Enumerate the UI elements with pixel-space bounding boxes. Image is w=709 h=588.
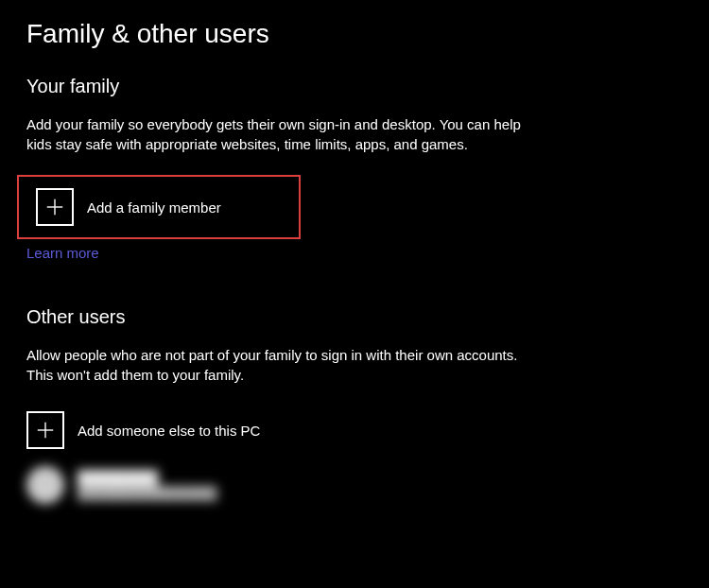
add-family-member-label: Add a family member — [87, 199, 221, 216]
other-users-heading: Other users — [26, 306, 683, 328]
family-section: Your family Add your family so everybody… — [26, 76, 683, 306]
add-family-member-button[interactable]: Add a family member — [36, 188, 282, 226]
add-other-user-button[interactable]: Add someone else to this PC — [26, 411, 683, 449]
user-entry[interactable]: ████████ ████████████████ — [26, 466, 683, 504]
user-info: ████████ ████████████████ — [78, 470, 216, 500]
page-title: Family & other users — [26, 19, 683, 49]
user-email: ████████████████ — [78, 486, 216, 500]
other-users-description: Allow people who are not part of your fa… — [26, 345, 537, 385]
learn-more-link[interactable]: Learn more — [26, 245, 99, 261]
add-other-user-label: Add someone else to this PC — [78, 423, 260, 439]
family-section-heading: Your family — [26, 76, 683, 97]
plus-icon — [36, 188, 74, 226]
avatar — [26, 466, 64, 504]
highlight-family-add: Add a family member — [17, 175, 301, 239]
other-users-section: Other users Allow people who are not par… — [26, 306, 683, 504]
family-section-description: Add your family so everybody gets their … — [26, 114, 537, 154]
plus-icon — [26, 411, 64, 449]
user-name: ████████ — [78, 470, 216, 486]
